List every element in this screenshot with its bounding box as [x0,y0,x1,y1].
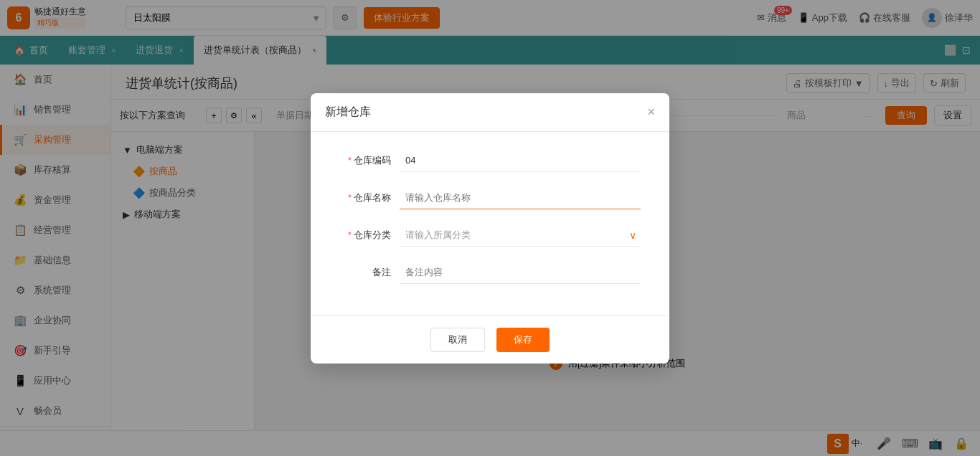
cancel-button[interactable]: 取消 [430,328,485,352]
modal-header: 新增仓库 × [311,93,669,132]
modal-body: 仓库编码 仓库名称 仓库分类 请输入所属分类 ∨ 备注 [311,132,669,315]
name-label: 仓库名称 [339,191,391,204]
category-select-wrapper: 请输入所属分类 ∨ [400,224,641,247]
new-warehouse-modal: 新增仓库 × 仓库编码 仓库名称 仓库分类 请输入所属分类 ∨ [311,93,669,364]
modal-title: 新增仓库 [325,105,371,120]
code-label: 仓库编码 [339,154,391,167]
remark-input[interactable] [400,261,641,284]
modal-close-button[interactable]: × [647,105,655,118]
save-button[interactable]: 保存 [496,328,550,352]
form-row-remark: 备注 [339,261,641,284]
form-row-name: 仓库名称 [339,186,641,209]
warehouse-code-input[interactable] [400,149,641,172]
warehouse-category-select[interactable]: 请输入所属分类 [400,224,641,247]
form-row-category: 仓库分类 请输入所属分类 ∨ [339,224,641,247]
remark-label: 备注 [339,266,391,279]
modal-overlay: 新增仓库 × 仓库编码 仓库名称 仓库分类 请输入所属分类 ∨ [0,0,980,456]
modal-footer: 取消 保存 [311,315,669,364]
warehouse-name-input[interactable] [400,186,641,209]
category-label: 仓库分类 [339,229,391,242]
form-row-code: 仓库编码 [339,149,641,172]
